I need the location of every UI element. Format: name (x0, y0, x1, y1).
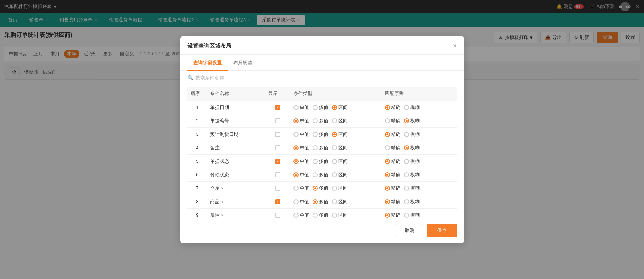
match-option-fuzzy[interactable]: 模糊 (404, 145, 420, 151)
type-option-range[interactable]: 区间 (332, 131, 348, 138)
dialog-header: 设置查询区域布局 × (180, 36, 464, 55)
match-option-exact[interactable]: 精确 (385, 185, 400, 192)
match-option-exact[interactable]: 精确 (385, 212, 400, 218)
type-option-range[interactable]: 区间 (332, 212, 348, 218)
dialog-table-wrap: 顺序 条件名称 显示 条件类型 匹配原则 1单据日期✓单值多值区间精确模糊2单据… (180, 87, 464, 218)
field-match-cell: 精确模糊 (382, 168, 457, 181)
th-show: 显示 (265, 87, 291, 101)
dialog-tab-bar: 查询字段设置 布局调整 (180, 56, 464, 71)
match-option-exact[interactable]: 精确 (385, 172, 400, 178)
type-option-multi[interactable]: 多值 (313, 199, 328, 205)
type-option-single[interactable]: 单值 (293, 158, 309, 165)
field-show-checkbox[interactable]: ✓ (275, 105, 280, 110)
match-option-exact[interactable]: 精确 (385, 104, 400, 111)
field-show-checkbox[interactable]: ✓ (275, 159, 280, 164)
type-option-range[interactable]: 区间 (332, 104, 348, 111)
field-type-cell: 单值多值区间 (291, 114, 382, 127)
dialog-close-button[interactable]: × (453, 42, 457, 50)
match-option-fuzzy[interactable]: 模糊 (404, 185, 420, 192)
table-row: 8商品∨✓单值多值区间精确模糊 (187, 195, 457, 208)
type-option-multi[interactable]: 多值 (313, 145, 328, 151)
table-row: 1单据日期✓单值多值区间精确模糊 (187, 101, 457, 114)
field-order: 6 (187, 168, 208, 181)
type-option-multi[interactable]: 多值 (313, 118, 328, 124)
field-name: 单据日期 (207, 101, 265, 114)
dialog-tab-layout[interactable]: 布局调整 (228, 56, 258, 71)
field-name: 商品∨ (207, 195, 265, 208)
field-show-checkbox[interactable] (275, 145, 280, 150)
type-option-single[interactable]: 单值 (293, 118, 309, 124)
match-option-fuzzy[interactable]: 模糊 (404, 199, 420, 205)
field-show-cell (265, 181, 291, 195)
type-option-single[interactable]: 单值 (293, 145, 309, 151)
field-match-cell: 精确模糊 (382, 127, 457, 141)
match-option-fuzzy[interactable]: 模糊 (404, 118, 420, 124)
field-order: 1 (187, 101, 208, 114)
type-option-range[interactable]: 区间 (332, 185, 348, 192)
field-show-cell (265, 141, 291, 154)
cancel-button[interactable]: 取消 (396, 224, 423, 237)
table-row: 9属性∨单值多值区间精确模糊 (187, 208, 457, 218)
type-option-range[interactable]: 区间 (332, 145, 348, 151)
field-show-checkbox[interactable]: ✓ (275, 199, 280, 204)
type-option-multi[interactable]: 多值 (313, 131, 328, 138)
field-name: 付款状态 (207, 168, 265, 181)
search-input[interactable] (195, 75, 260, 80)
match-option-fuzzy[interactable]: 模糊 (404, 131, 420, 138)
save-button[interactable]: 保存 (427, 224, 457, 237)
match-option-fuzzy[interactable]: 模糊 (404, 172, 420, 178)
expand-icon[interactable]: ∨ (221, 186, 224, 190)
field-name: 单据状态 (207, 154, 265, 168)
field-match-cell: 精确模糊 (382, 181, 457, 195)
match-option-exact[interactable]: 精确 (385, 145, 400, 151)
field-show-checkbox[interactable] (275, 172, 280, 177)
match-option-fuzzy[interactable]: 模糊 (404, 212, 420, 218)
search-box: 🔍 (187, 75, 260, 82)
match-option-exact[interactable]: 精确 (385, 199, 400, 205)
type-option-range[interactable]: 区间 (332, 199, 348, 205)
field-show-checkbox[interactable] (275, 213, 280, 218)
match-option-exact[interactable]: 精确 (385, 158, 400, 165)
expand-icon[interactable]: ∨ (221, 213, 224, 217)
field-show-cell: ✓ (265, 101, 291, 114)
type-option-multi[interactable]: 多值 (313, 212, 328, 218)
field-order: 8 (187, 195, 208, 208)
field-show-checkbox[interactable] (275, 186, 280, 191)
type-option-single[interactable]: 单值 (293, 185, 309, 192)
match-option-exact[interactable]: 精确 (385, 118, 400, 124)
field-order: 9 (187, 208, 208, 218)
dialog-tab-fields[interactable]: 查询字段设置 (187, 56, 228, 71)
type-option-single[interactable]: 单值 (293, 104, 309, 111)
field-type-cell: 单值多值区间 (291, 195, 382, 208)
type-option-multi[interactable]: 多值 (313, 104, 328, 111)
field-type-cell: 单值多值区间 (291, 208, 382, 218)
type-option-range[interactable]: 区间 (332, 118, 348, 124)
type-option-multi[interactable]: 多值 (313, 185, 328, 192)
field-name: 单据编号 (207, 114, 265, 127)
field-type-cell: 单值多值区间 (291, 181, 382, 195)
match-option-fuzzy[interactable]: 模糊 (404, 158, 420, 165)
field-show-cell (265, 208, 291, 218)
field-type-cell: 单值多值区间 (291, 127, 382, 141)
type-option-range[interactable]: 区间 (332, 158, 348, 165)
type-option-single[interactable]: 单值 (293, 199, 309, 205)
th-order: 顺序 (187, 87, 208, 101)
field-show-checkbox[interactable] (275, 118, 280, 123)
dialog-title: 设置查询区域布局 (187, 43, 231, 50)
type-option-single[interactable]: 单值 (293, 131, 309, 138)
type-option-single[interactable]: 单值 (293, 172, 309, 178)
type-option-single[interactable]: 单值 (293, 212, 309, 218)
expand-icon[interactable]: ∨ (221, 200, 224, 204)
type-option-multi[interactable]: 多值 (313, 172, 328, 178)
field-show-checkbox[interactable] (275, 132, 280, 137)
type-option-range[interactable]: 区间 (332, 172, 348, 178)
match-option-exact[interactable]: 精确 (385, 131, 400, 138)
match-option-fuzzy[interactable]: 模糊 (404, 104, 420, 111)
field-show-cell (265, 168, 291, 181)
field-type-cell: 单值多值区间 (291, 101, 382, 114)
th-type: 条件类型 (291, 87, 382, 101)
type-option-multi[interactable]: 多值 (313, 158, 328, 165)
field-order: 4 (187, 141, 208, 154)
field-name: 备注 (207, 141, 265, 154)
table-row: 4备注单值多值区间精确模糊 (187, 141, 457, 154)
